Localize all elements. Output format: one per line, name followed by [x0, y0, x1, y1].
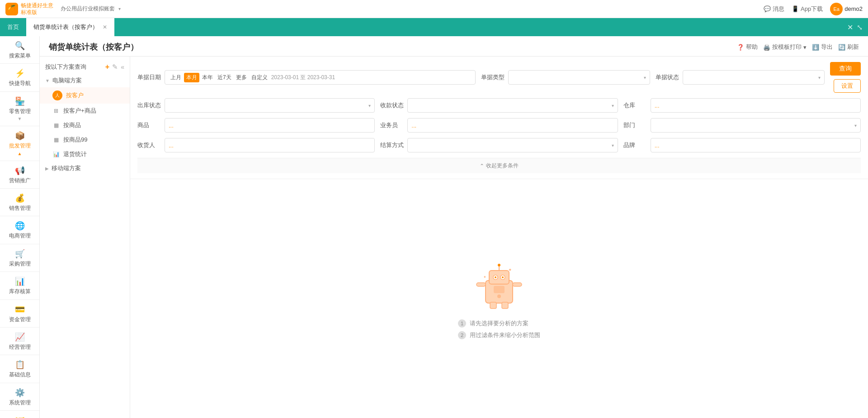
product-control[interactable]: ... — [165, 118, 375, 133]
out-status-control[interactable]: ▾ — [165, 98, 375, 113]
by-product-label: 按商品 — [63, 121, 81, 129]
user-profile-btn[interactable]: Ea demo2 — [830, 3, 863, 15]
template-print-btn[interactable]: 🖨️ 按模板打印 ▾ — [763, 43, 807, 51]
purchase-mgmt-icon: 🛒 — [15, 249, 25, 259]
filter-item-salesperson: 业务员 ... — [380, 118, 618, 133]
sidebar-item-quick-nav[interactable]: ⚡ 快捷导航 — [0, 64, 39, 91]
tab-close-btn[interactable]: ✕ — [103, 24, 107, 30]
sidebar-item-marketing[interactable]: 📢 营销推广 — [0, 161, 39, 189]
by-product-99-icon: ▦ — [52, 136, 60, 143]
help-btn[interactable]: ❓ 帮助 — [737, 43, 758, 51]
tab-home[interactable]: 首页 — [0, 18, 26, 36]
settlement-control[interactable]: ▾ — [407, 138, 618, 152]
desktop-group-label: 电脑端方案 — [52, 76, 82, 85]
filter-item-date: 单据日期 上月 本月 本年 近7天 更多 自定义 20 — [137, 70, 476, 85]
sidebar-item-inventory-check[interactable]: 📊 库存核算 — [0, 272, 39, 299]
date-btn-this-year[interactable]: 本年 — [200, 73, 215, 82]
filter-item-warehouse: 仓库 ... — [623, 98, 861, 113]
scheme-group-desktop: ▼ 电脑端方案 人 按客户 ⊞ 按客户+商品 ▦ 按商品 — [40, 74, 130, 162]
consignee-control[interactable]: ... — [165, 138, 375, 152]
product-ellipsis: ... — [169, 122, 174, 129]
sidebar-item-purchase-mgmt[interactable]: 🛒 采购管理 — [0, 244, 39, 272]
filter-row-3: 商品 ... 业务员 ... 部门 — [137, 118, 861, 133]
doc-status-arrow: ▾ — [818, 75, 821, 80]
sidebar-item-ecommerce-mgmt[interactable]: 🌐 电商管理 — [0, 216, 39, 244]
export-btn[interactable]: ⬇️ 导出 — [812, 43, 833, 51]
department-label: 部门 — [623, 121, 647, 129]
page-title: 销货单统计表（按客户） — [49, 42, 138, 52]
close-window-btn[interactable]: ✕ — [847, 23, 853, 32]
scheme-item-return-stat[interactable]: 📊 退货统计 — [40, 147, 130, 162]
search-menu-icon: 🔍 — [15, 41, 25, 51]
app-download-btn[interactable]: 📱 App下载 — [792, 5, 823, 13]
filter-section: 单据日期 上月 本月 本年 近7天 更多 自定义 20 — [130, 57, 868, 179]
filter-item-department: 部门 ▾ — [623, 118, 861, 133]
sidebar-item-sales-mgmt[interactable]: 💰 销售管理 — [0, 189, 39, 216]
date-range-text: 2023-03-01 至 2023-03-31 — [271, 74, 335, 81]
page-header: 销货单统计表（按客户） ❓ 帮助 🖨️ 按模板打印 ▾ ⬇️ 导出 🔄 刷新 — [40, 36, 868, 57]
svg-rect-12 — [494, 286, 505, 293]
filter-item-doc-status: 单据状态 ▾ — [656, 70, 825, 85]
scheme-group-desktop-header[interactable]: ▼ 电脑端方案 — [40, 74, 130, 87]
filter-item-doc-type: 单据类型 ▾ — [481, 70, 650, 85]
date-btn-last-month[interactable]: 上月 — [169, 73, 183, 82]
filter-item-out-status: 出库状态 ▾ — [137, 98, 375, 113]
svg-rect-10 — [490, 302, 496, 309]
page-header-actions: ❓ 帮助 🖨️ 按模板打印 ▾ ⬇️ 导出 🔄 刷新 — [737, 43, 859, 51]
scheme-group-mobile-header[interactable]: ▶ 移动端方案 — [40, 162, 130, 175]
message-btn[interactable]: 💬 消息 — [764, 5, 784, 13]
by-customer-icon: 人 — [52, 90, 62, 100]
inventory-check-icon: 📊 — [15, 276, 25, 286]
empty-hint-1: 1 请先选择要分析的方案 — [458, 319, 540, 328]
doc-status-label: 单据状态 — [656, 73, 679, 81]
date-control[interactable]: 上月 本月 本年 近7天 更多 自定义 2023-03-01 至 2023-03… — [165, 70, 476, 85]
scheme-add-btn[interactable]: + — [105, 63, 109, 71]
refresh-btn[interactable]: 🔄 刷新 — [838, 43, 859, 51]
consignee-ellipsis: ... — [169, 142, 174, 149]
scheme-item-by-customer[interactable]: 人 按客户 — [40, 87, 130, 104]
brand-control[interactable]: ... — [651, 138, 861, 152]
sidebar-item-system-mgmt[interactable]: ⚙️ 系统管理 — [0, 383, 39, 411]
brand-ellipsis: ... — [655, 142, 660, 149]
logo-text: 畅捷通好生意 标准版 — [21, 2, 53, 15]
collapse-bar[interactable]: ⌃ 收起更多条件 — [137, 158, 861, 173]
settlement-label: 结算方式 — [380, 141, 404, 149]
user-avatar: Ea — [830, 3, 843, 15]
sidebar-item-finance-mgmt[interactable]: 💳 资金管理 — [0, 300, 39, 328]
finance-mgmt-icon: 💳 — [15, 304, 25, 314]
desktop-group-arrow: ▼ — [45, 78, 50, 83]
filter-item-settlement: 结算方式 ▾ — [380, 138, 618, 152]
svg-rect-11 — [502, 302, 508, 309]
sidebar-item-operations-mgmt[interactable]: 📈 经营管理 — [0, 328, 39, 355]
sidebar-item-basic-info[interactable]: 📋 基础信息 — [0, 355, 39, 383]
warehouse-control[interactable]: ... — [651, 98, 861, 113]
query-btn[interactable]: 查询 — [830, 62, 861, 76]
marketing-icon: 📢 — [15, 166, 25, 176]
date-btn-more[interactable]: 更多 — [234, 73, 249, 82]
scheme-edit-btn[interactable]: ✎ — [112, 63, 118, 71]
warehouse-label: 仓库 — [623, 101, 647, 109]
sidebar-item-retail-mgmt[interactable]: 🏪 零售管理 ▼ — [0, 92, 39, 126]
date-btn-7days[interactable]: 近7天 — [216, 73, 233, 82]
sidebar-item-search-menu[interactable]: 🔍 搜索菜单 — [0, 36, 39, 64]
settings-btn[interactable]: 设置 — [834, 79, 861, 93]
scheme-panel-icons: + ✎ « — [105, 63, 124, 71]
maximize-window-btn[interactable]: ⤡ — [857, 23, 863, 32]
scheme-item-by-customer-product[interactable]: ⊞ 按客户+商品 — [40, 104, 130, 118]
salesperson-control[interactable]: ... — [407, 118, 618, 133]
tab-sales-stat[interactable]: 销货单统计表（按客户） ✕ — [26, 18, 114, 36]
scheme-item-by-product[interactable]: ▦ 按商品 — [40, 118, 130, 133]
doc-status-control[interactable]: ▾ — [683, 70, 825, 85]
scheme-collapse-btn[interactable]: « — [121, 63, 124, 71]
scheme-item-by-product-99[interactable]: ▦ 按商品99 — [40, 133, 130, 147]
system-mgmt-icon: ⚙️ — [15, 388, 25, 398]
sidebar-item-wholesale-mgmt[interactable]: 📦 批发管理 ▲ — [0, 126, 39, 161]
subtitle-dropdown-arrow[interactable]: ▾ — [118, 6, 121, 11]
department-control[interactable]: ▾ — [651, 118, 861, 133]
svg-point-7 — [498, 264, 500, 266]
doc-type-control[interactable]: ▾ — [508, 70, 650, 85]
receipt-status-control[interactable]: ▾ — [407, 98, 618, 113]
date-btn-this-month[interactable]: 本月 — [184, 73, 199, 82]
sidebar-item-company-collab[interactable]: 🤝 企业协同 — [0, 411, 39, 418]
date-btn-custom[interactable]: 自定义 — [250, 73, 269, 82]
